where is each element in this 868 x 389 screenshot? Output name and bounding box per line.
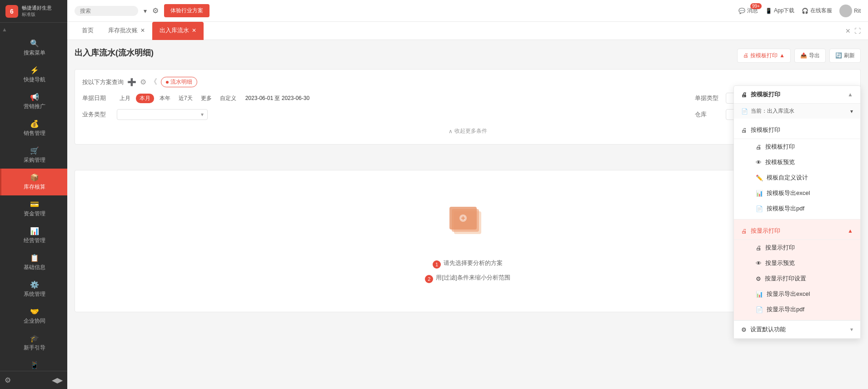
template-print-arrow-icon: ▲ bbox=[779, 52, 785, 59]
date-opt-7days[interactable]: 近7天 bbox=[176, 94, 195, 103]
sidebar-settings-icon[interactable]: ⚙ bbox=[5, 376, 11, 384]
item-preview-icon: 👁 bbox=[756, 159, 762, 166]
sidebar-item-basic[interactable]: 📋 基础信息 bbox=[0, 249, 67, 276]
avatar bbox=[839, 5, 852, 17]
refresh-button[interactable]: 🔄 刷新 bbox=[829, 49, 861, 63]
app-logo-subtitle: 标准版 bbox=[22, 11, 52, 18]
filter-settings-icon[interactable]: ⚙ bbox=[140, 78, 146, 86]
sidebar-item-finance[interactable]: 💳 资金管理 bbox=[0, 195, 67, 222]
inventory-icon: 📦 bbox=[30, 173, 39, 182]
dropdown-item-label: 模板自定义设计 bbox=[767, 174, 808, 182]
message-item[interactable]: 💬 消息 99+ bbox=[738, 7, 758, 15]
template-print-section-header[interactable]: 🖨 按模板打印 bbox=[734, 121, 860, 139]
dropdown-current: 📄 当前：出入库流水 ▾ bbox=[734, 104, 860, 119]
export-button[interactable]: 📤 导出 bbox=[794, 49, 826, 63]
message-badge: 99+ bbox=[750, 3, 762, 9]
tab-batch-close-icon[interactable]: ✕ bbox=[140, 27, 145, 34]
export-label: 导出 bbox=[809, 52, 820, 60]
dropdown-item-display-pdf[interactable]: 📄 按显示导出pdf bbox=[734, 302, 860, 317]
date-opt-thisyear[interactable]: 本年 bbox=[157, 94, 173, 103]
item-design-icon: ✏️ bbox=[756, 175, 763, 181]
printer-icon: 🖨 bbox=[743, 52, 748, 59]
date-opt-custom[interactable]: 自定义 bbox=[217, 94, 239, 103]
collapse-label: 收起更多条件 bbox=[454, 127, 487, 135]
dropdown-item-display-settings[interactable]: ⚙ 按显示打印设置 bbox=[734, 271, 860, 286]
dropdown-item-template-preview[interactable]: 👁 按模板预览 bbox=[734, 155, 860, 170]
tab-flow-close-icon[interactable]: ✕ bbox=[192, 27, 196, 34]
dropdown-item-template-print[interactable]: 🖨 按模板打印 bbox=[734, 139, 860, 155]
dropdown-item-label: 按模板预览 bbox=[765, 158, 795, 166]
user-avatar-item[interactable]: Rit bbox=[839, 5, 861, 17]
sidebar-item-label: 经营管理 bbox=[24, 237, 45, 244]
industry-solution-button[interactable]: 体验行业方案 bbox=[164, 4, 210, 17]
biztype-select[interactable]: ▾ bbox=[117, 109, 208, 120]
dropdown-item-label: 按显示打印 bbox=[765, 244, 795, 252]
sidebar-item-purchase[interactable]: 🛒 采购管理 bbox=[0, 142, 67, 169]
window-close-icon[interactable]: ✕ bbox=[845, 27, 851, 35]
sidebar-item-sales[interactable]: 💰 销售管理 bbox=[0, 115, 67, 142]
dropdown-item-label: 按模板导出pdf bbox=[767, 204, 804, 213]
tab-home[interactable]: 首页 bbox=[75, 22, 101, 40]
sidebar: 6 畅捷通好生意 标准版 ▲ 🔍 搜索菜单 ⚡ 快捷导航 📢 营销推广 💰 销售… bbox=[0, 0, 67, 389]
empty-state-icon bbox=[445, 198, 490, 252]
sidebar-item-operation[interactable]: 📊 经营管理 bbox=[0, 222, 67, 249]
online-service-label: 在线客服 bbox=[810, 7, 832, 15]
template-print-button[interactable]: 🖨 按模板打印 ▲ bbox=[737, 49, 791, 63]
tab-flow[interactable]: 出入库流水 ✕ bbox=[152, 22, 204, 40]
search-input[interactable] bbox=[75, 6, 138, 16]
item-pdf-icon: 📄 bbox=[756, 205, 763, 212]
app-logo-title: 畅捷通好生意 bbox=[22, 5, 52, 11]
display-item-preview-icon: 👁 bbox=[756, 260, 762, 267]
dropdown-item-template-pdf[interactable]: 📄 按模板导出pdf bbox=[734, 201, 860, 216]
dropdown-item-display-print[interactable]: 🖨 按显示打印 bbox=[734, 240, 860, 255]
dropdown-item-template-design[interactable]: ✏️ 模板自定义设计 bbox=[734, 170, 860, 185]
filter-date-options: 上月 本月 本年 近7天 更多 自定义 2023-06-01 至 2023-06… bbox=[117, 94, 309, 103]
date-opt-thismonth[interactable]: 本月 bbox=[136, 94, 154, 103]
footer-arrow-icon: ▾ bbox=[850, 326, 853, 333]
footer-settings-icon: ⚙ bbox=[741, 326, 747, 333]
sidebar-scroll-up[interactable]: ▲ bbox=[0, 25, 67, 35]
filter-chip[interactable]: 流水明细 bbox=[161, 77, 197, 87]
sidebar-item-appcenter[interactable]: 📱 应用中心 bbox=[0, 356, 67, 371]
collab-icon: 🤝 bbox=[30, 307, 39, 316]
sidebar-item-label: 采购管理 bbox=[24, 156, 45, 164]
sidebar-item-quicknav[interactable]: ⚡ 快捷导航 bbox=[0, 61, 67, 88]
dropdown-header[interactable]: 🖨 按模板打印 ▲ bbox=[734, 86, 860, 104]
sidebar-item-label: 快捷导航 bbox=[24, 76, 45, 84]
window-maximize-icon[interactable]: ⛶ bbox=[854, 27, 861, 35]
filter-collapse-icon[interactable]: 《 bbox=[150, 77, 157, 87]
app-download-icon: 📱 bbox=[765, 8, 772, 14]
dropdown-footer-settings[interactable]: ⚙ 设置默认功能 ▾ bbox=[734, 320, 860, 339]
search-dropdown-icon[interactable]: ▾ bbox=[144, 7, 147, 15]
page-title: 出入库流水(流水明细) bbox=[75, 47, 154, 58]
settings-gear-icon[interactable]: ⚙ bbox=[152, 6, 159, 15]
sidebar-item-guide[interactable]: 🎓 新手引导 bbox=[0, 329, 67, 356]
sidebar-item-system[interactable]: ⚙️ 系统管理 bbox=[0, 276, 67, 303]
date-field-label: 单据日期 bbox=[82, 94, 110, 102]
dropdown-item-display-excel[interactable]: 📊 按显示导出excel bbox=[734, 286, 860, 302]
dropdown-item-label: 按显示预览 bbox=[765, 259, 795, 267]
sidebar-item-collab[interactable]: 🤝 企业协同 bbox=[0, 303, 67, 329]
date-opt-lastmonth[interactable]: 上月 bbox=[117, 94, 133, 103]
sidebar-collapse-icon[interactable]: ◀▶ bbox=[52, 376, 63, 384]
sidebar-item-search[interactable]: 🔍 搜索菜单 bbox=[0, 35, 67, 61]
sidebar-item-label: 资金管理 bbox=[24, 210, 45, 218]
dropdown-item-template-excel[interactable]: 📊 按模板导出excel bbox=[734, 185, 860, 201]
tab-flow-label: 出入库流水 bbox=[160, 26, 189, 35]
sidebar-item-inventory[interactable]: 📦 库存核算 bbox=[0, 169, 67, 195]
top-bar: ▾ ⚙ 体验行业方案 💬 消息 99+ 📱 App下载 🎧 在线客服 Rit bbox=[67, 0, 868, 22]
online-service-item[interactable]: 🎧 在线客服 bbox=[802, 7, 832, 15]
app-download-item[interactable]: 📱 App下载 bbox=[765, 7, 794, 15]
display-item-pdf-icon: 📄 bbox=[756, 306, 763, 313]
sidebar-item-marketing[interactable]: 📢 营销推广 bbox=[0, 88, 67, 115]
tab-home-label: 首页 bbox=[82, 26, 94, 35]
current-icon: 📄 bbox=[741, 108, 748, 115]
dropdown-item-display-preview[interactable]: 👁 按显示预览 bbox=[734, 255, 860, 271]
display-print-section-header[interactable]: 🖨 按显示打印 ▲ bbox=[734, 222, 860, 240]
filter-add-icon[interactable]: ➕ bbox=[127, 78, 136, 86]
sidebar-item-label: 基础信息 bbox=[24, 264, 45, 271]
date-opt-more[interactable]: 更多 bbox=[198, 94, 215, 103]
tab-batch[interactable]: 库存批次账 ✕ bbox=[101, 22, 152, 40]
marketing-icon: 📢 bbox=[30, 93, 39, 101]
sidebar-item-label: 企业协同 bbox=[24, 317, 45, 325]
